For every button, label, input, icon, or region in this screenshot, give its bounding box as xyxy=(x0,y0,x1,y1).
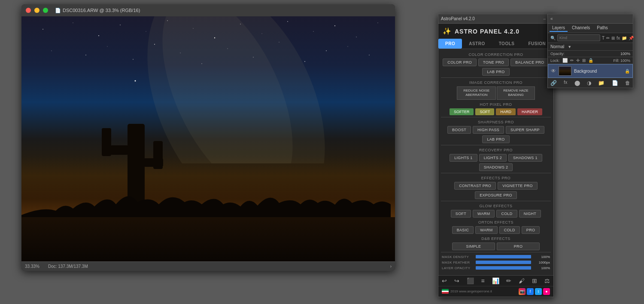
stars-svg xyxy=(21,16,395,163)
btn-lights-2[interactable]: LIGHTS 2 xyxy=(479,154,507,162)
brush-icon[interactable]: 🖌 xyxy=(519,277,525,284)
layers-icon-pen[interactable]: ✏ xyxy=(606,36,610,40)
layers-icon-folder[interactable]: 📁 xyxy=(622,36,627,40)
mask-density-row: MASK DENSITY 100% xyxy=(442,255,550,259)
layers-icon-transform[interactable]: ⊞ xyxy=(611,36,615,40)
ps-canvas[interactable] xyxy=(21,16,395,261)
twitter-icon[interactable]: t xyxy=(535,288,542,295)
btn-orton-cold[interactable]: COLD xyxy=(499,226,520,234)
layer-opacity-row: LAYER OPACITY 100% xyxy=(442,266,550,270)
btn-hard[interactable]: HARD xyxy=(496,108,516,115)
btn-shadows-2[interactable]: SHADOWS 2 xyxy=(479,163,513,171)
btn-softer[interactable]: SOFTER xyxy=(450,108,474,115)
statusbar-arrow: › xyxy=(390,264,392,269)
lock-all-icon[interactable]: 🔒 xyxy=(588,58,593,63)
btn-super-sharp[interactable]: SUPER SHARP xyxy=(506,126,544,134)
btn-boost[interactable]: BOOST xyxy=(447,126,471,134)
redo-icon[interactable]: ↪ xyxy=(454,277,459,284)
btn-glow-warm[interactable]: WARM xyxy=(473,210,495,218)
layer-new-icon[interactable]: 📄 xyxy=(612,80,618,86)
lock-move-icon[interactable]: ✛ xyxy=(576,58,580,63)
tab-tools[interactable]: TOOLS xyxy=(492,39,522,49)
tab-paths[interactable]: Paths xyxy=(594,25,611,32)
tab-astro[interactable]: ASTRO xyxy=(462,39,492,49)
layer-opacity-bar[interactable] xyxy=(476,266,531,270)
layers-icon-pin[interactable]: 📌 xyxy=(629,36,634,40)
blend-mode-arrow[interactable]: ▼ xyxy=(568,45,571,49)
btn-db-pro[interactable]: PRO xyxy=(497,243,540,250)
btn-high-pass[interactable]: HIGH PASS xyxy=(473,126,504,134)
tab-layers[interactable]: Layers xyxy=(550,25,568,32)
layer-visibility-icon[interactable]: 👁 xyxy=(551,68,556,74)
list-icon[interactable]: ≡ xyxy=(481,277,485,284)
btn-lights-1[interactable]: LIGHTS 1 xyxy=(450,154,477,162)
maximize-button[interactable] xyxy=(43,8,48,13)
mask-density-bar[interactable] xyxy=(476,255,531,258)
layer-thumbnail xyxy=(559,66,571,76)
btn-glow-night[interactable]: NIGHT xyxy=(519,210,541,218)
lock-brush-icon[interactable]: ✏ xyxy=(570,58,574,63)
ground xyxy=(21,217,395,261)
scale-icon[interactable]: ⚖ xyxy=(544,277,550,284)
mask-feather-fill xyxy=(476,261,531,264)
tab-channels[interactable]: Channels xyxy=(569,25,592,32)
mask-density-value: 100% xyxy=(533,255,550,259)
opacity-value[interactable]: 100% xyxy=(620,52,630,56)
astro-content: COLOR CORRECTION PRO COLOR PRO TONE PRO … xyxy=(438,49,553,275)
chart-icon[interactable]: 📊 xyxy=(492,277,499,284)
fill-value[interactable]: Fill: 100% xyxy=(613,58,630,63)
layer-opacity-value: 100% xyxy=(533,266,550,270)
layers-lock-row: Lock: ⬜ ✏ ✛ ⊞ 🔒 Fill: 100% xyxy=(548,57,633,64)
orton-label: ORTON EFFECTS xyxy=(438,218,553,225)
layer-folder-icon[interactable]: 📁 xyxy=(598,80,605,86)
blend-mode-selector[interactable]: Normal xyxy=(550,44,564,49)
layer-mask-icon[interactable]: ⬤ xyxy=(574,80,580,86)
svg-point-16 xyxy=(85,55,86,55)
lock-transparent-icon[interactable]: ⬜ xyxy=(562,58,568,63)
layer-item-background[interactable]: 👁 Background 🔒 xyxy=(548,64,633,78)
close-button[interactable] xyxy=(26,8,31,13)
layers-icon-effects[interactable]: fx xyxy=(617,36,620,40)
btn-glow-cold[interactable]: COLD xyxy=(496,210,517,218)
btn-remove-haze[interactable]: REMOVE HAZEBANDING xyxy=(497,86,535,100)
btn-orton-basic[interactable]: BASIC xyxy=(452,226,474,234)
layer-trash-icon[interactable]: 🗑 xyxy=(625,80,630,86)
btn-exposure-pro[interactable]: EXPOSURE PRO xyxy=(475,191,517,199)
mask-feather-bar[interactable] xyxy=(476,261,531,264)
btn-shadows-1[interactable]: SHADOWS 1 xyxy=(508,154,542,162)
btn-reduce-noise[interactable]: REDUCE NOISEABERRATION xyxy=(457,86,496,100)
btn-lab-pro-sharp[interactable]: LAB PRO xyxy=(482,135,509,143)
btn-harder[interactable]: HARDER xyxy=(517,108,542,115)
btn-tone-pro[interactable]: TONE PRO xyxy=(478,58,509,66)
layers-tabs: Layers Channels Paths xyxy=(548,24,633,33)
btn-orton-pro[interactable]: PRO xyxy=(522,226,540,234)
noise-buttons: REDUCE NOISEABERRATION REMOVE HAZEBANDIN… xyxy=(438,86,553,101)
btn-orton-warm[interactable]: WARM xyxy=(475,226,497,234)
btn-glow-soft[interactable]: SOFT xyxy=(451,210,471,218)
btn-lab-pro-color[interactable]: LAB PRO xyxy=(482,68,509,76)
lock-artboard-icon[interactable]: ⊞ xyxy=(582,58,586,63)
btn-color-pro[interactable]: COLOR PRO xyxy=(443,58,477,66)
layers-icon-t[interactable]: T xyxy=(602,36,605,40)
btn-db-simple[interactable]: SIMPLE xyxy=(452,243,495,250)
layer-fx-icon[interactable]: fx xyxy=(564,80,567,86)
layers-search-input[interactable] xyxy=(557,34,600,41)
grid-icon[interactable]: ⊞ xyxy=(532,277,537,284)
layer-adjust-icon[interactable]: ◑ xyxy=(587,80,591,86)
btn-soft[interactable]: SOFT xyxy=(475,108,494,115)
btn-contrast-pro[interactable]: CONTRAST PRO xyxy=(454,182,496,190)
tab-pro[interactable]: PRO xyxy=(438,39,462,49)
pen-icon[interactable]: ✏ xyxy=(506,277,511,284)
flickr-icon[interactable]: ● xyxy=(543,288,550,295)
undo-icon[interactable]: ↩ xyxy=(442,277,447,284)
instagram-icon[interactable]: 📷 xyxy=(519,288,526,295)
snapshot-icon[interactable]: ⬛ xyxy=(467,277,474,284)
btn-vignette-pro[interactable]: VIGNETTE PRO xyxy=(498,182,538,190)
minimize-button[interactable] xyxy=(34,8,39,13)
layers-panel-expand[interactable]: « xyxy=(550,16,553,21)
btn-balance-pro[interactable]: BALANCE PRO xyxy=(510,58,549,66)
zoom-level: 33.33% xyxy=(25,264,39,269)
layer-link-icon[interactable]: 🔗 xyxy=(550,80,557,86)
facebook-icon[interactable]: f xyxy=(527,288,534,295)
astro-panel-collapse[interactable]: – xyxy=(543,16,546,21)
